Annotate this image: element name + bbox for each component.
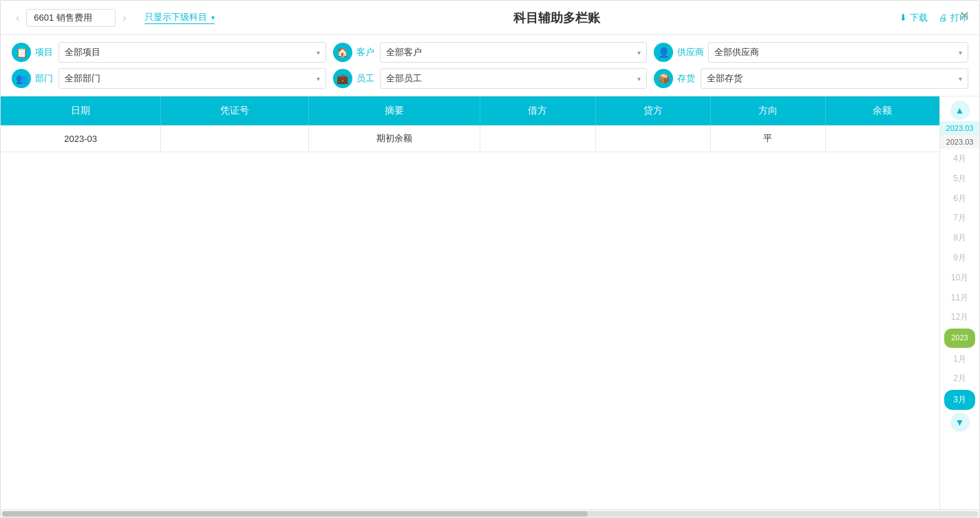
timeline-item-9[interactable]: 11月 [940, 288, 979, 308]
timeline-item-6[interactable]: 8月 [940, 228, 979, 248]
filter-row-2: 👥 部门 全部部门 ▾ 💼 员工 全部员工 ▾ 📦 存货 [12, 68, 968, 89]
inventory-icon: 📦 [654, 69, 673, 88]
project-value: 全部项目 [65, 46, 100, 59]
page-title: 科目辅助多栏账 [215, 10, 899, 26]
next-btn[interactable]: › [118, 10, 130, 25]
timeline-item-0[interactable]: 2023.03 [940, 121, 979, 135]
timeline-item-1[interactable]: 2023.03 [940, 135, 979, 149]
timeline-item-2[interactable]: 4月 [940, 149, 979, 169]
timeline-item-10[interactable]: 12月 [940, 307, 979, 327]
col-debit: 借方 [480, 96, 595, 125]
filter-employee: 💼 员工 全部员工 ▾ [333, 68, 648, 89]
download-icon: ⬇ [899, 12, 907, 23]
cell-balance [825, 125, 939, 152]
department-select[interactable]: 全部部门 ▾ [58, 68, 326, 89]
employee-arrow: ▾ [637, 75, 641, 83]
filter-customer: 🏠 客户 全部客户 ▾ [333, 42, 648, 63]
h-scrollbar[interactable] [1, 509, 979, 517]
timeline-down-btn[interactable]: ▼ [950, 413, 970, 432]
cell-summary: 期初余额 [309, 125, 480, 152]
customer-arrow: ▾ [637, 49, 641, 56]
timeline-up-btn[interactable]: ▲ [950, 101, 970, 120]
customer-icon: 🏠 [333, 43, 352, 62]
main-window: ‹ 6601 销售费用 › 只显示下级科目 ▾ 科目辅助多栏账 ⬇ 下载 🖨 打… [0, 0, 980, 518]
cell-voucher [161, 125, 309, 152]
supplier-arrow: ▾ [959, 49, 962, 56]
customer-value: 全部客户 [386, 46, 422, 59]
inventory-label: 存货 [677, 72, 696, 85]
filter-department: 👥 部门 全部部门 ▾ [12, 68, 326, 89]
timeline-item-4[interactable]: 6月 [940, 189, 979, 209]
filter-area: 📋 项目 全部项目 ▾ 🏠 客户 全部客户 ▾ 👤 供应商 [1, 35, 979, 96]
col-summary: 摘要 [309, 96, 480, 125]
filter-row-1: 📋 项目 全部项目 ▾ 🏠 客户 全部客户 ▾ 👤 供应商 [12, 42, 968, 63]
timeline-item-13[interactable]: 2月 [940, 369, 979, 388]
col-credit: 贷方 [595, 96, 710, 125]
table-area: 日期 凭证号 摘要 借方 贷方 方向 余额 2023-03期初余额平 [1, 96, 939, 509]
close-btn[interactable]: ✕ [956, 8, 972, 24]
cell-credit [595, 125, 710, 152]
inventory-value: 全部存货 [707, 72, 743, 85]
cell-date: 2023-03 [1, 125, 161, 152]
col-direction: 方向 [710, 96, 825, 125]
project-select[interactable]: 全部项目 ▾ [58, 42, 326, 63]
scrollbar-thumb[interactable] [2, 511, 588, 517]
department-value: 全部部门 [65, 72, 100, 85]
scrollbar-track [2, 511, 978, 517]
filter-project: 📋 项目 全部项目 ▾ [12, 42, 326, 63]
employee-value: 全部员工 [386, 72, 422, 85]
col-balance: 余额 [825, 96, 939, 125]
col-voucher: 凭证号 [161, 96, 309, 125]
download-label: 下载 [910, 12, 928, 24]
timeline-item-8[interactable]: 10月 [940, 268, 979, 288]
employee-icon: 💼 [333, 69, 352, 88]
table-row: 2023-03期初余额平 [1, 125, 939, 152]
account-code: 6601 销售费用 [26, 9, 116, 27]
show-sub-toggle[interactable]: 只显示下级科目 ▾ [145, 11, 215, 24]
col-date: 日期 [1, 96, 161, 125]
timeline-item-7[interactable]: 9月 [940, 248, 979, 268]
employee-label: 员工 [356, 72, 376, 85]
supplier-value: 全部供应商 [714, 46, 759, 59]
supplier-icon: 👤 [654, 43, 673, 62]
department-icon: 👥 [12, 69, 31, 88]
table-header-row: 日期 凭证号 摘要 借方 贷方 方向 余额 [1, 96, 939, 125]
inventory-select[interactable]: 全部存货 ▾ [701, 68, 968, 89]
title-bar: ‹ 6601 销售费用 › 只显示下级科目 ▾ 科目辅助多栏账 ⬇ 下载 🖨 打… [1, 1, 979, 35]
filter-inventory: 📦 存货 全部存货 ▾ [654, 68, 968, 89]
customer-select[interactable]: 全部客户 ▾ [380, 42, 648, 63]
project-label: 项目 [35, 46, 54, 59]
timeline-item-11[interactable]: 2023 [944, 329, 975, 347]
inventory-arrow: ▾ [959, 75, 962, 83]
employee-select[interactable]: 全部员工 ▾ [380, 68, 648, 89]
cell-debit [480, 125, 595, 152]
timeline-panel: ▲ 2023.032023.034月5月6月7月8月9月10月11月12月202… [939, 96, 979, 509]
cell-direction: 平 [710, 125, 825, 152]
project-arrow: ▾ [317, 49, 320, 56]
download-btn[interactable]: ⬇ 下载 [899, 12, 928, 24]
show-sub-label: 只显示下级科目 [145, 11, 207, 23]
department-arrow: ▾ [317, 75, 320, 83]
customer-label: 客户 [356, 46, 376, 59]
main-content: 日期 凭证号 摘要 借方 贷方 方向 余额 2023-03期初余额平 ▲ 202… [1, 96, 979, 509]
timeline-item-14[interactable]: 3月 [944, 390, 975, 410]
supplier-label: 供应商 [677, 46, 704, 59]
department-label: 部门 [35, 72, 54, 85]
project-icon: 📋 [12, 43, 31, 62]
prev-btn[interactable]: ‹ [12, 10, 23, 25]
filter-supplier: 👤 供应商 全部供应商 ▾ [654, 42, 968, 63]
ledger-table: 日期 凭证号 摘要 借方 贷方 方向 余额 2023-03期初余额平 [1, 96, 939, 152]
timeline-item-12[interactable]: 1月 [940, 349, 979, 369]
timeline-item-5[interactable]: 7月 [940, 208, 979, 228]
print-icon: 🖨 [939, 12, 948, 23]
supplier-select[interactable]: 全部供应商 ▾ [708, 42, 968, 63]
timeline-item-3[interactable]: 5月 [940, 169, 979, 189]
